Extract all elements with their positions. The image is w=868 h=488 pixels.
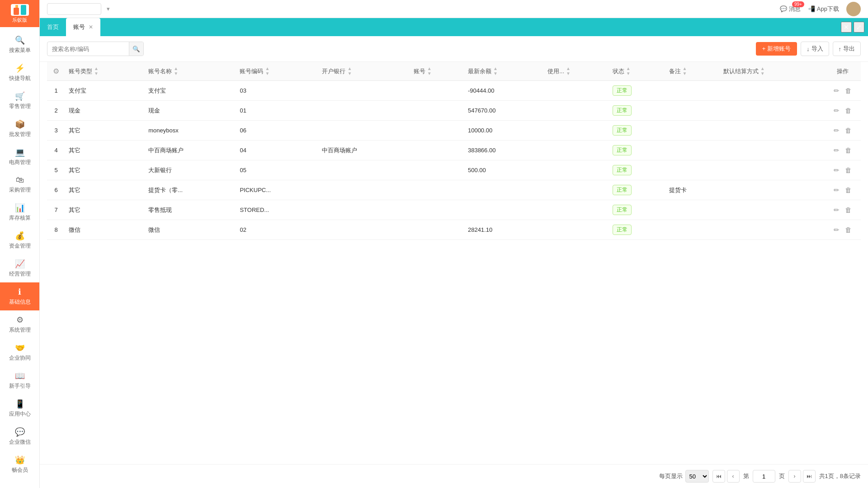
cell-balance	[464, 180, 544, 200]
sidebar-item-app-center[interactable]: 📱 应用中心	[0, 394, 39, 422]
cell-settlement	[720, 101, 825, 121]
edit-icon[interactable]: ✏	[834, 127, 840, 134]
page-input[interactable]	[753, 470, 775, 483]
table-settings-icon[interactable]: ⚙	[53, 67, 59, 75]
user-avatar[interactable]	[846, 2, 861, 16]
tab-close-icon[interactable]: ✕	[89, 24, 93, 30]
edit-icon[interactable]: ✏	[834, 146, 840, 154]
cell-code: 05	[236, 160, 318, 180]
account-search-input[interactable]	[47, 46, 129, 52]
finance-icon: 💰	[15, 231, 25, 241]
edit-icon[interactable]: ✏	[834, 206, 840, 214]
delete-icon[interactable]: 🗑	[845, 186, 852, 194]
table-row: 5 其它 大新银行 05 500.00 正常 ✏ 🗑	[47, 160, 861, 180]
tab-account[interactable]: 账号 ✕	[66, 18, 100, 36]
delete-icon[interactable]: 🗑	[845, 107, 852, 114]
sort-settlement-icon[interactable]: ▲▼	[760, 66, 765, 76]
sort-status-icon[interactable]: ▲▼	[626, 66, 631, 76]
cell-seq: 7	[47, 200, 65, 220]
export-button[interactable]: ↑ 导出	[833, 42, 861, 56]
topnav-dropdown-icon[interactable]: ▾	[107, 5, 110, 12]
sidebar-item-operations[interactable]: 📈 经营管理	[0, 254, 39, 282]
sort-code-icon[interactable]: ▲▼	[265, 66, 269, 76]
delete-icon[interactable]: 🗑	[845, 206, 852, 214]
account-table: ⚙ 账号类型 ▲▼ 账号名称 ▲▼	[47, 62, 861, 240]
sidebar-item-search-menu[interactable]: 🔍 搜索菜单	[0, 31, 39, 59]
sidebar-item-system[interactable]: ⚙ 系统管理	[0, 310, 39, 338]
edit-icon[interactable]: ✏	[834, 107, 840, 114]
sort-account-icon[interactable]: ▲▼	[427, 66, 432, 76]
sidebar-item-label: 系统管理	[9, 326, 31, 334]
cell-status: 正常	[609, 101, 665, 121]
sidebar-item-finance[interactable]: 💰 资金管理	[0, 226, 39, 254]
sidebar-item-retail[interactable]: 🛒 零售管理	[0, 87, 39, 115]
sidebar-item-quick-nav[interactable]: ⚡ 快捷导航	[0, 59, 39, 87]
sort-name-icon[interactable]: ▲▼	[174, 66, 178, 76]
delete-icon[interactable]: 🗑	[845, 146, 852, 154]
sidebar-item-inventory[interactable]: 📊 库存核算	[0, 198, 39, 226]
add-account-button[interactable]: + 新增账号	[756, 42, 797, 56]
tab-home[interactable]: 首页	[40, 18, 66, 36]
basic-info-icon: ℹ	[18, 287, 21, 297]
cell-settlement	[720, 180, 825, 200]
svg-rect-1	[21, 5, 26, 15]
sidebar-item-guide[interactable]: 📖 新手引导	[0, 366, 39, 394]
sort-usage-icon[interactable]: ▲▼	[566, 66, 571, 76]
topnav-search-input[interactable]	[47, 3, 101, 15]
app-center-icon: 📱	[15, 399, 25, 409]
tab-maximize-btn[interactable]: ⤢	[854, 22, 864, 33]
search-button[interactable]: 🔍	[129, 42, 143, 56]
edit-icon[interactable]: ✏	[834, 87, 840, 94]
edit-icon[interactable]: ✏	[834, 186, 840, 194]
cell-seq: 3	[47, 121, 65, 141]
sort-bank-icon[interactable]: ▲▼	[347, 66, 352, 76]
account-table-wrap: ⚙ 账号类型 ▲▼ 账号名称 ▲▼	[40, 62, 868, 464]
notification-button[interactable]: 💬 消息 99+	[780, 5, 801, 13]
sort-type-icon[interactable]: ▲▼	[94, 66, 99, 76]
delete-icon[interactable]: 🗑	[845, 166, 852, 174]
cell-status: 正常	[609, 81, 665, 101]
sidebar-item-ecommerce[interactable]: 💻 电商管理	[0, 143, 39, 171]
sidebar: 乐蚁版 🔍 搜索菜单 ⚡ 快捷导航 🛒 零售管理 📦 批发管理 💻 电商管理 🛍…	[0, 0, 40, 488]
cell-remark	[665, 200, 720, 220]
sort-balance-icon[interactable]: ▲▼	[493, 66, 498, 76]
cell-balance: 383866.00	[464, 141, 544, 160]
cell-balance: 10000.00	[464, 121, 544, 141]
page-last-btn[interactable]: ⏭	[803, 470, 816, 483]
export-icon: ↑	[839, 46, 842, 52]
delete-icon[interactable]: 🗑	[845, 87, 852, 94]
cell-code: 06	[236, 121, 318, 141]
sort-remark-icon[interactable]: ▲▼	[683, 66, 687, 76]
cell-remark	[665, 220, 720, 240]
sidebar-item-enterprise-agreement[interactable]: 🤝 企业协同	[0, 338, 39, 366]
delete-icon[interactable]: 🗑	[845, 226, 852, 234]
cell-status: 正常	[609, 141, 665, 160]
edit-icon[interactable]: ✏	[834, 166, 840, 174]
enterprise-wechat-icon: 💬	[15, 427, 25, 437]
cell-bank	[318, 180, 410, 200]
page-next-btn[interactable]: ›	[788, 470, 801, 483]
cell-account	[410, 101, 464, 121]
cell-balance: -90444.00	[464, 81, 544, 101]
cell-actions: ✏ 🗑	[825, 101, 861, 121]
delete-icon[interactable]: 🗑	[845, 127, 852, 134]
sidebar-item-enterprise-wechat[interactable]: 💬 企业微信	[0, 422, 39, 450]
tab-close-btn[interactable]: ✕	[841, 22, 852, 33]
page-first-btn[interactable]: ⏮	[712, 470, 725, 483]
cell-balance	[464, 200, 544, 220]
sidebar-item-members[interactable]: 👑 畅会员	[0, 450, 39, 479]
import-button[interactable]: ↓ 导入	[801, 42, 829, 56]
cell-usage	[544, 121, 609, 141]
sidebar-item-purchase[interactable]: 🛍 采购管理	[0, 171, 39, 198]
page-size-select[interactable]: 50 100	[685, 470, 709, 483]
app-download-button[interactable]: 📲 App下载	[808, 5, 839, 13]
sidebar-item-basic-info[interactable]: ℹ 基础信息	[0, 282, 39, 310]
cell-usage	[544, 200, 609, 220]
status-badge: 正常	[613, 185, 632, 195]
edit-icon[interactable]: ✏	[834, 226, 840, 234]
cell-actions: ✏ 🗑	[825, 220, 861, 240]
cell-account	[410, 121, 464, 141]
page-prev-btn[interactable]: ‹	[727, 470, 740, 483]
sidebar-item-wholesale[interactable]: 📦 批发管理	[0, 115, 39, 143]
cell-bank	[318, 81, 410, 101]
